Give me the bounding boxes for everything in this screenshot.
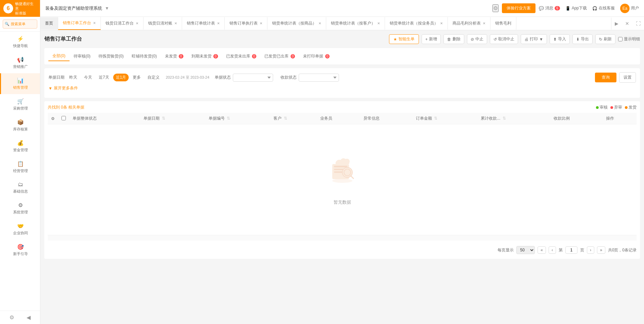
filter-settings-button[interactable]: 设置 xyxy=(619,72,636,83)
sidebar-item-system[interactable]: ⚙ 系统管理 xyxy=(0,198,40,219)
table-header: ⚙ 单据整体状态 单据日期 ⇅ 单据编号 ⇅ xyxy=(48,113,637,124)
search-menu-button[interactable]: 🔍 搜索菜单 xyxy=(3,19,37,29)
tab-close-sales-workbench[interactable]: ✕ xyxy=(93,21,96,25)
refresh-button[interactable]: ↻ 刷新 xyxy=(595,34,615,44)
industry-solution-button[interactable]: 体验行业方案 xyxy=(502,3,535,13)
select-all-checkbox[interactable] xyxy=(61,116,66,120)
page-number-input[interactable] xyxy=(565,246,577,254)
system-dropdown-icon[interactable]: ▼ xyxy=(105,6,109,11)
filter-tab-not-printed[interactable]: 未打印单据 0 xyxy=(299,52,334,61)
tab-product-margin[interactable]: 商品毛利分析表 ✕ xyxy=(448,17,490,30)
sidebar-item-operation[interactable]: 📋 经营管理 xyxy=(0,157,40,177)
collapse-sidebar-icon[interactable]: ◀ xyxy=(27,314,31,321)
tab-expand-icon[interactable]: ⛶ xyxy=(633,17,644,30)
last-page-button[interactable]: » xyxy=(597,246,605,254)
approve-batch-button[interactable]: 审核 xyxy=(596,105,608,110)
sidebar-item-finance[interactable]: 💰 资金管理 xyxy=(0,136,40,157)
date-btn-7days[interactable]: 近7天 xyxy=(96,74,112,81)
online-service-button[interactable]: 🎧 在线客服 xyxy=(592,5,615,11)
date-btn-1month[interactable]: 近1月 xyxy=(113,74,129,81)
sidebar-item-quick-nav[interactable]: ⚡ 快捷导航 xyxy=(0,32,40,52)
tab-cash-daily[interactable]: 钱货日清工作台 ✕ xyxy=(101,17,143,30)
customer-sort-icon[interactable]: ⇅ xyxy=(284,116,287,121)
message-badge: 6 xyxy=(555,6,560,10)
tab-sales-summary-staff[interactable]: 销货单统计表（按业务员） ✕ xyxy=(385,17,448,30)
message-button[interactable]: 💬 消息 6 xyxy=(539,5,560,11)
stop-button[interactable]: ⊘ 中止 xyxy=(467,34,487,44)
filter-tab-shipped-out[interactable]: 已发货已出库 0 xyxy=(260,52,299,61)
quick-nav-icon: ⚡ xyxy=(17,36,24,42)
print-button[interactable]: 🖨 打印 ▼ xyxy=(521,34,547,44)
filter-tab-pending-inspect[interactable]: 待拣货验货(0) xyxy=(94,52,128,61)
col-checkbox xyxy=(58,113,69,124)
export-button[interactable]: ⬇ 导出 xyxy=(572,34,593,44)
tab-close-sales-summary-customer[interactable]: ✕ xyxy=(377,22,380,25)
sidebar-item-inventory[interactable]: 📦 库存核算 xyxy=(0,115,40,136)
sidebar-item-purchase[interactable]: 🛒 采购管理 xyxy=(0,94,40,115)
filter-tab-expired-not-shipped[interactable]: 到期未发货 0 xyxy=(187,52,222,61)
tab-close-cash-reconcile[interactable]: ✕ xyxy=(174,22,177,25)
tab-scroll-right-icon[interactable]: ▶ xyxy=(611,17,622,30)
number-sort-icon[interactable]: ⇅ xyxy=(227,116,230,121)
tab-sales-stat[interactable]: 销售订单统计表 ✕ xyxy=(182,17,225,30)
tab-close-cash-daily[interactable]: ✕ xyxy=(136,22,138,25)
date-btn-yesterday[interactable]: 昨天 xyxy=(67,74,80,81)
date-btn-more[interactable]: 更多 xyxy=(130,74,143,81)
topbar: 装备及固定资产辅助管理系统 ▼ ⚙ 体验行业方案 💬 消息 6 📱 App下载 … xyxy=(40,0,644,17)
tab-sales-summary-customer[interactable]: 销货单统计表（按客户） ✕ xyxy=(326,17,385,30)
first-page-button[interactable]: « xyxy=(538,246,546,254)
tab-sales-workbench[interactable]: 销售订单工作台 ✕ xyxy=(58,17,101,30)
tab-controls: ▶ ✕ ⛶ xyxy=(611,17,644,30)
cancel-stop-button[interactable]: ↺ 取消中止 xyxy=(490,34,518,44)
next-page-button[interactable]: › xyxy=(587,246,594,254)
sidebar-item-sales[interactable]: 📊 销售管理 xyxy=(0,73,40,94)
user-profile-button[interactable]: Ea 用户 xyxy=(620,4,639,13)
tab-sales-exec[interactable]: 销售订单执行表 ✕ xyxy=(225,17,267,30)
date-btn-today[interactable]: 今天 xyxy=(81,74,95,81)
status-filter-select[interactable] xyxy=(233,74,273,82)
payment-filter-select[interactable] xyxy=(299,74,339,82)
app-download-button[interactable]: 📱 App下载 xyxy=(565,5,587,11)
date-sort-icon[interactable]: ⇅ xyxy=(162,116,165,121)
add-button[interactable]: + 新增 xyxy=(422,34,441,44)
tab-sales-summary-product[interactable]: 销货单统计表（按商品） ✕ xyxy=(267,17,326,30)
tab-close-all-icon[interactable]: ✕ xyxy=(622,17,633,30)
tab-close-sales-summary-staff[interactable]: ✕ xyxy=(440,22,443,25)
query-button[interactable]: 查询 xyxy=(595,73,616,82)
import-button[interactable]: ⬆ 导入 xyxy=(550,34,570,44)
filter-tab-shipped-not-out[interactable]: 已发货未出库 0 xyxy=(222,52,261,61)
sidebar-item-cooperation[interactable]: 🤝 企业协同 xyxy=(0,219,40,240)
filter-tab-wangpu-ship[interactable]: 旺铺待发货(0) xyxy=(128,52,161,61)
tab-close-product-margin[interactable]: ✕ xyxy=(483,22,485,25)
settings-bottom-icon[interactable]: ⚙ xyxy=(9,314,14,321)
delete-button[interactable]: 🗑 删除 xyxy=(443,34,464,44)
tab-close-sales-stat[interactable]: ✕ xyxy=(217,22,220,25)
tab-home[interactable]: 首页 xyxy=(40,17,58,30)
expand-more-conditions-button[interactable]: ▼ 展开更多条件 xyxy=(48,85,78,91)
date-btn-custom[interactable]: 自定义 xyxy=(145,74,162,81)
tab-sales-profit[interactable]: 销售毛利 xyxy=(490,17,516,30)
logo-icon: 6 xyxy=(3,3,13,13)
smart-generate-button[interactable]: ★ 智能生单 xyxy=(389,34,419,44)
show-detail-checkbox[interactable] xyxy=(618,37,622,41)
filter-area: 单据日期 昨天 今天 近7天 近1月 更多 自定义 2023-02-24 至 2… xyxy=(44,68,640,98)
tab-cash-reconcile[interactable]: 钱货日清对账 ✕ xyxy=(143,17,182,30)
topbar-right: 💬 消息 6 📱 App下载 🎧 在线客服 Ea 用户 xyxy=(539,4,639,13)
filter-tab-not-shipped[interactable]: 未发货 0 xyxy=(161,52,187,61)
prev-page-button[interactable]: ‹ xyxy=(549,246,556,254)
tab-close-sales-summary-product[interactable]: ✕ xyxy=(318,22,321,25)
reject-batch-button[interactable]: 弃审 xyxy=(610,105,622,110)
sidebar-item-basic[interactable]: 🗂 基础信息 xyxy=(0,177,40,198)
tab-close-sales-exec[interactable]: ✕ xyxy=(260,22,262,25)
collected-sort-icon[interactable]: ⇅ xyxy=(503,116,506,121)
sidebar-item-marketing[interactable]: 📢 营销推广 xyxy=(0,52,40,73)
import-icon: ⬆ xyxy=(553,37,557,42)
per-page-select[interactable]: 10 20 50 100 xyxy=(516,246,535,254)
horizontal-scrollbar[interactable] xyxy=(48,235,637,241)
topbar-settings-button[interactable]: ⚙ xyxy=(492,4,499,12)
filter-tab-pending[interactable]: 待审核(0) xyxy=(70,52,95,61)
amount-sort-icon[interactable]: ⇅ xyxy=(434,116,437,121)
filter-tab-all[interactable]: 全部(0) xyxy=(48,51,70,61)
sidebar-item-guide[interactable]: 🎯 新手引导 xyxy=(0,240,40,260)
ship-batch-button[interactable]: 发货 xyxy=(625,105,637,110)
